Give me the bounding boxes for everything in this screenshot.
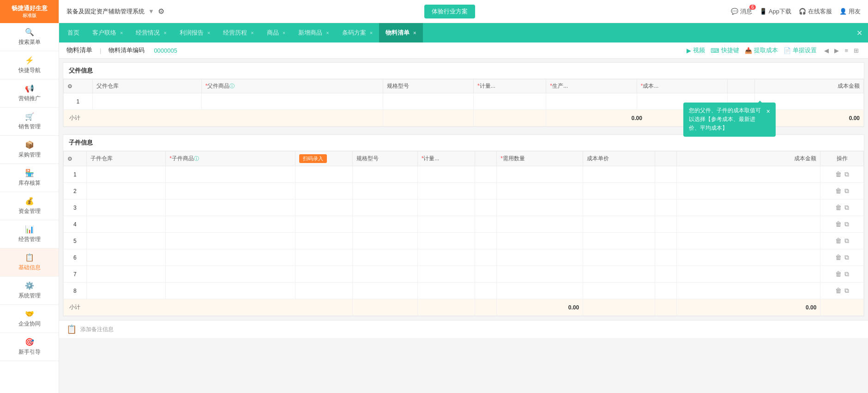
child-qty-cell-1[interactable] (497, 166, 583, 183)
tab-barcode[interactable]: 条码方案 × (336, 23, 379, 42)
delete-icon-5[interactable]: 🗑 (835, 237, 842, 245)
close-all-tabs-button[interactable]: ✕ (853, 29, 866, 37)
child-unit-cell-2[interactable] (417, 183, 475, 200)
copy-icon-4[interactable]: ⧉ (844, 220, 849, 228)
bottom-hint-bar[interactable]: 📋 添加备注信息 (59, 320, 868, 338)
tab-goods-close[interactable]: × (283, 30, 285, 36)
sidebar-item-system[interactable]: ⚙️ 系统管理 (0, 277, 59, 305)
tab-bom[interactable]: 物料清单 × (379, 23, 422, 42)
tab-bom-close[interactable]: × (413, 30, 416, 36)
parent-warehouse-cell[interactable] (92, 93, 201, 110)
single-settings-action[interactable]: 📄 单据设置 (784, 46, 817, 54)
sidebar-item-basic-info[interactable]: 📋 基础信息 (0, 248, 59, 277)
sidebar-item-enterprise[interactable]: 🤝 企业协同 (0, 305, 59, 333)
child-warehouse-cell-4[interactable] (86, 216, 165, 233)
tab-customer-close[interactable]: × (120, 30, 123, 36)
copy-icon-7[interactable]: ⧉ (844, 270, 849, 278)
copy-icon-5[interactable]: ⧉ (844, 237, 849, 245)
child-qty-cell-4[interactable] (497, 216, 583, 233)
tab-history-close[interactable]: × (251, 30, 253, 36)
child-cost-unit-cell-5[interactable] (583, 233, 655, 249)
tab-goods[interactable]: 商品 × (260, 23, 292, 42)
child-qty-cell-5[interactable] (497, 233, 583, 249)
child-qty-cell-3[interactable] (497, 200, 583, 216)
prev-page-button[interactable]: ◀ (822, 47, 831, 54)
child-warehouse-cell-3[interactable] (86, 200, 165, 216)
sidebar-item-quick-nav[interactable]: ⚡ 快捷导航 (0, 51, 59, 79)
child-warehouse-cell-6[interactable] (86, 249, 165, 266)
sidebar-item-finance[interactable]: 💰 资金管理 (0, 192, 59, 220)
child-product-cell-8[interactable] (166, 283, 295, 299)
child-spec-cell-6[interactable] (353, 249, 417, 266)
video-action[interactable]: ▶ 视频 (687, 46, 705, 54)
parent-product-cell[interactable] (201, 93, 383, 110)
child-cost-amount-cell-8[interactable] (676, 283, 820, 299)
child-product-cell-1[interactable] (166, 166, 295, 183)
tab-profit-close[interactable]: × (207, 30, 210, 36)
child-cost-amount-cell-3[interactable] (676, 200, 820, 216)
child-warehouse-cell-8[interactable] (86, 283, 165, 299)
parent-production-cell[interactable] (546, 93, 637, 110)
delete-icon-7[interactable]: 🗑 (835, 270, 842, 278)
child-col-settings[interactable]: ⚙ (64, 151, 87, 166)
child-cost-amount-cell-6[interactable] (676, 249, 820, 266)
child-qty-cell-6[interactable] (497, 249, 583, 266)
child-unit-cell-3[interactable] (417, 200, 475, 216)
tooltip-close-button[interactable]: × (766, 106, 770, 116)
parent-col-settings[interactable]: ⚙ (64, 79, 93, 93)
sidebar-item-marketing[interactable]: 📢 营销推广 (0, 79, 59, 108)
child-spec-cell-7[interactable] (353, 266, 417, 283)
child-product-cell-6[interactable] (166, 249, 295, 266)
child-cost-unit-cell-7[interactable] (583, 266, 655, 283)
child-cost-unit-cell-2[interactable] (583, 183, 655, 200)
parent-spec-cell[interactable] (383, 93, 473, 110)
delete-icon-4[interactable]: 🗑 (835, 220, 842, 228)
child-spec-cell-4[interactable] (353, 216, 417, 233)
child-cost-unit-cell-6[interactable] (583, 249, 655, 266)
sidebar-item-purchase[interactable]: 📦 采购管理 (0, 136, 59, 164)
child-spec-cell-1[interactable] (353, 166, 417, 183)
tab-operation-status[interactable]: 经营情况 × (129, 23, 173, 42)
delete-icon-2[interactable]: 🗑 (835, 187, 842, 195)
sidebar-item-guide[interactable]: 🎯 新手引导 (0, 333, 59, 361)
child-spec-cell-2[interactable] (353, 183, 417, 200)
grid-view-button[interactable]: ⊞ (852, 47, 861, 54)
user-menu[interactable]: 👤 用友 (839, 7, 861, 16)
child-unit-cell-5[interactable] (417, 233, 475, 249)
shortcut-action[interactable]: ⌨ 快捷键 (711, 46, 739, 54)
child-spec-cell-8[interactable] (353, 283, 417, 299)
child-cost-unit-cell-4[interactable] (583, 216, 655, 233)
child-warehouse-cell-1[interactable] (86, 166, 165, 183)
extract-cost-action[interactable]: 📥 提取成本 (745, 46, 778, 54)
scan-input-button[interactable]: 扫码录入 (299, 154, 327, 163)
copy-icon-1[interactable]: ⧉ (844, 170, 849, 178)
child-unit-cell-6[interactable] (417, 249, 475, 266)
sidebar-item-search[interactable]: 🔍 搜索菜单 (0, 23, 59, 51)
next-page-button[interactable]: ▶ (832, 47, 841, 54)
tab-profit[interactable]: 利润报告 × (173, 23, 217, 42)
sidebar-item-operation[interactable]: 📊 经营管理 (0, 220, 59, 248)
copy-icon-2[interactable]: ⧉ (844, 187, 849, 195)
child-warehouse-cell-2[interactable] (86, 183, 165, 200)
tab-history[interactable]: 经营历程 × (217, 23, 260, 42)
child-qty-cell-8[interactable] (497, 283, 583, 299)
copy-icon-3[interactable]: ⧉ (844, 204, 849, 212)
child-product-cell-4[interactable] (166, 216, 295, 233)
delete-icon-1[interactable]: 🗑 (835, 170, 842, 178)
app-download-button[interactable]: 📱 App下载 (760, 7, 791, 16)
tab-customer[interactable]: 客户联络 × (86, 23, 129, 42)
copy-icon-6[interactable]: ⧉ (844, 254, 849, 261)
child-qty-cell-2[interactable] (497, 183, 583, 200)
delete-icon-8[interactable]: 🗑 (835, 287, 842, 295)
child-product-cell-3[interactable] (166, 200, 295, 216)
child-spec-cell-5[interactable] (353, 233, 417, 249)
sidebar-item-sales[interactable]: 🛒 销售管理 (0, 108, 59, 136)
child-cost-amount-cell-2[interactable] (676, 183, 820, 200)
child-cost-amount-cell-7[interactable] (676, 266, 820, 283)
child-warehouse-cell-5[interactable] (86, 233, 165, 249)
tab-barcode-close[interactable]: × (370, 30, 373, 36)
sidebar-item-inventory[interactable]: 🏪 库存核算 (0, 164, 59, 192)
child-cost-unit-cell-3[interactable] (583, 200, 655, 216)
settings-icon[interactable]: ⚙ (158, 7, 164, 16)
tab-home[interactable]: 首页 (61, 23, 86, 42)
